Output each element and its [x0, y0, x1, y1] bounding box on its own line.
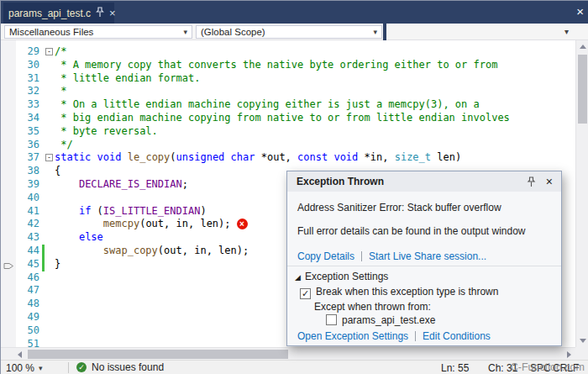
fold-margin [45, 205, 55, 219]
pin-icon[interactable] [527, 176, 536, 190]
popup-close-icon[interactable]: × [546, 175, 553, 188]
code-text: * [55, 85, 66, 98]
scroll-left-icon[interactable] [13, 348, 26, 361]
fold-margin [45, 271, 55, 285]
checkbox-break-on-throw[interactable]: ✓ [300, 288, 311, 299]
checkbox-module[interactable] [326, 314, 337, 325]
document-health-indicator[interactable]: ✓ No issues found [76, 361, 164, 373]
line-number: 44 [16, 245, 39, 258]
chevron-down-icon: ▾ [373, 28, 377, 36]
popup-links-row: Copy DetailsStart Live Share session... [297, 250, 486, 262]
health-check-icon: ✓ [76, 362, 87, 372]
code-text: /* [55, 45, 66, 59]
copy-details-link[interactable]: Copy Details [297, 250, 354, 262]
scroll-down-icon[interactable] [576, 334, 588, 347]
fold-margin [45, 98, 55, 112]
except-when-label: Except when thrown from: [314, 301, 431, 313]
fold-margin [45, 324, 55, 338]
exception-settings-expander[interactable]: ◢Exception Settings [295, 271, 388, 282]
code-text: } [55, 258, 60, 271]
line-number: 48 [16, 298, 39, 311]
line-number: 35 [16, 125, 39, 139]
line-number: 40 [16, 192, 39, 205]
fold-margin [45, 338, 55, 347]
link-separator [415, 331, 416, 341]
project-dropdown-label: Miscellaneous Files [9, 27, 93, 37]
status-divider [68, 362, 69, 373]
fold-margin [45, 139, 55, 152]
fold-collapse-icon[interactable]: - [45, 45, 55, 59]
scroll-up-icon[interactable] [576, 40, 588, 53]
popup-divider [287, 266, 561, 266]
fold-collapse-icon[interactable]: - [45, 151, 55, 165]
close-icon[interactable]: × [576, 5, 584, 18]
scope-dropdown[interactable]: (Global Scope) ▾ [196, 25, 382, 39]
error-icon[interactable]: × [237, 219, 248, 229]
exception-popup: Exception Thrown × Address Sanitizer Err… [286, 171, 562, 346]
line-number: 32 [16, 85, 39, 98]
line-number: 43 [16, 231, 39, 245]
line-number: 39 [16, 178, 39, 192]
horizontal-scrollbar-thumb[interactable] [28, 350, 288, 359]
code-text: if (IS_LITTLE_ENDIAN) [55, 205, 207, 219]
code-line: 32 * [1, 85, 575, 98]
fold-margin [45, 258, 55, 271]
module-checkbox-row[interactable]: params_api_test.exe [326, 314, 435, 326]
link-separator [361, 251, 362, 261]
code-line: 35 * byte reversal. [1, 125, 575, 139]
code-text: * byte reversal. [55, 125, 158, 139]
error-details-hint: Full error details can be found in the o… [297, 225, 526, 237]
code-text: * On a little endian machine copying eit… [55, 98, 480, 112]
code-line: 29-/* [1, 45, 575, 59]
navbar-divider [383, 24, 386, 40]
break-checkbox-row[interactable]: ✓Break when this exception type is throw… [300, 286, 498, 299]
vertical-scrollbar-thumb[interactable] [578, 55, 587, 124]
popup-title-bar[interactable]: Exception Thrown [287, 171, 561, 192]
code-text: else [55, 231, 103, 245]
code-text: memcpy(out, in, len); [55, 218, 231, 231]
horizontal-scrollbar[interactable] [1, 347, 575, 360]
tab-title: params_api_test.c [8, 8, 91, 19]
vertical-scrollbar[interactable] [575, 40, 588, 347]
line-number: 30 [16, 59, 39, 72]
fold-margin [45, 125, 55, 139]
navbar-dropdown-icon[interactable]: ▾ [564, 27, 569, 36]
code-line: 30 * A memory copy that converts the nat… [1, 59, 575, 72]
fold-margin [45, 59, 55, 72]
code-line: 34 * big endian machine copying from nat… [1, 112, 575, 125]
line-number: 29 [16, 45, 39, 59]
tab-bar: params_api_test.c × × [1, 1, 588, 24]
code-text: * big endian machine copying from native… [55, 112, 510, 125]
live-share-link[interactable]: Start Live Share session... [369, 250, 486, 262]
error-description: Address Sanitizer Error: Stack buffer ov… [297, 202, 501, 213]
code-text: swap_copy(out, in, len); [55, 245, 249, 258]
line-number: 46 [16, 271, 39, 285]
zoom-level: 100 % [6, 362, 34, 374]
zoom-control[interactable]: 100 % ▾ [6, 362, 43, 374]
fold-margin [45, 85, 55, 98]
module-checkbox-label: params_api_test.exe [342, 314, 435, 326]
line-number: 50 [16, 324, 39, 338]
open-exception-settings-link[interactable]: Open Exception Settings [297, 330, 408, 342]
popup-title: Exception Thrown [297, 176, 384, 187]
line-number: 45 [16, 258, 39, 271]
fold-margin [45, 311, 55, 324]
fold-margin [45, 298, 55, 311]
line-number: 31 [16, 72, 39, 86]
line-number: 51 [16, 338, 39, 347]
chevron-down-icon: ▾ [183, 28, 187, 36]
line-number: 36 [16, 139, 39, 152]
code-text: static void le_copy(unsigned char *out, … [55, 151, 461, 165]
edit-conditions-link[interactable]: Edit Conditions [423, 330, 491, 342]
scroll-right-icon[interactable] [562, 348, 575, 361]
project-dropdown[interactable]: Miscellaneous Files ▾ [4, 25, 192, 39]
line-number: 34 [16, 112, 39, 125]
tab-params-api-test[interactable]: params_api_test.c × [3, 3, 114, 24]
pin-icon[interactable] [96, 6, 104, 21]
exception-indicator-icon [3, 259, 14, 274]
code-text: { [55, 165, 60, 178]
code-line: 33 * On a little endian machine copying … [1, 98, 575, 112]
tab-close-icon[interactable]: × [109, 8, 116, 18]
fold-margin [45, 245, 55, 258]
line-number: 47 [16, 284, 39, 298]
